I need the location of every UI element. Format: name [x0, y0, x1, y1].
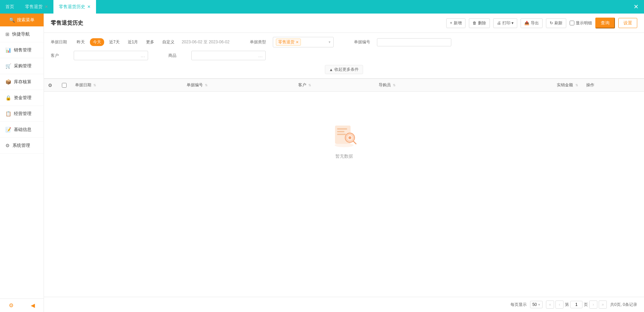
- date-btn-today[interactable]: 今天: [90, 38, 104, 46]
- sidebar-item-operations-mgmt[interactable]: 📋 经营管理: [0, 106, 44, 122]
- col-doc-no-sort-icon: ⇅: [205, 83, 208, 87]
- display-detail-checkbox-label[interactable]: 显示明细: [570, 20, 592, 26]
- customer-ellipsis: ...: [141, 52, 145, 59]
- svg-rect-3: [337, 131, 344, 132]
- sidebar-item-system-mgmt[interactable]: ⚙ 系统管理: [0, 138, 44, 154]
- customer-label: 客户: [51, 53, 71, 59]
- sidebar-item-finance-mgmt[interactable]: 🔒 资金管理: [0, 90, 44, 106]
- page-prev-btn[interactable]: ‹: [555, 300, 564, 309]
- col-amount[interactable]: 实销金额 ⇅: [471, 79, 582, 92]
- page-size-dropdown-icon: ▾: [538, 303, 540, 307]
- page-size-value: 50: [532, 302, 537, 307]
- setting-button[interactable]: 设置: [618, 18, 637, 28]
- svg-point-8: [349, 136, 351, 139]
- sidebar-item-label: 库存核算: [14, 79, 31, 85]
- display-detail-label: 显示明细: [576, 20, 592, 26]
- sidebar-item-inventory[interactable]: 📦 库存核算: [0, 74, 44, 90]
- refresh-button[interactable]: ↻ 刷新: [546, 18, 566, 28]
- doc-no-filter-group: 单据编号: [354, 38, 451, 46]
- date-filter-options: 昨天 今天 近7天 近1月 更多 自定义: [74, 38, 177, 46]
- doc-no-label: 单据编号: [354, 39, 374, 45]
- page-next-btn[interactable]: ›: [589, 300, 597, 309]
- select-all-checkbox[interactable]: [62, 83, 67, 88]
- page-nav: « ‹ 第 页 › »: [546, 300, 607, 309]
- sales-icon: 📊: [5, 47, 11, 53]
- sidebar-item-quick-nav[interactable]: ⊞ 快捷导航: [0, 26, 44, 42]
- delete-label: 删除: [478, 20, 486, 26]
- goods-ellipsis: ...: [258, 52, 263, 59]
- date-btn-last7days[interactable]: 近7天: [106, 38, 123, 46]
- system-icon: ⚙: [5, 143, 10, 148]
- tab-retail-return-close[interactable]: ✕: [45, 4, 48, 9]
- col-guide[interactable]: 导购员 ⇅: [375, 79, 471, 92]
- page-last-btn[interactable]: »: [599, 300, 607, 309]
- settings-bottom-btn[interactable]: ⚙: [9, 302, 14, 309]
- search-menu-btn[interactable]: 🔍 搜索菜单: [0, 14, 44, 26]
- print-button[interactable]: 🖨 打印 ▾: [493, 18, 517, 28]
- export-button[interactable]: 📤 导出: [521, 18, 543, 28]
- nav-items: ⊞ 快捷导航 📊 销售管理 🛒 采购管理 📦 库存核算 🔒 资金管理 📋: [0, 26, 44, 298]
- collapse-filter-btn[interactable]: ▲ 收起更多条件: [325, 65, 363, 74]
- col-actions: 操作: [582, 79, 644, 92]
- col-settings[interactable]: ⚙: [44, 79, 57, 92]
- delete-button[interactable]: 🗑 删除: [469, 18, 490, 28]
- doc-type-tag-close[interactable]: ✕: [296, 40, 299, 44]
- goods-input[interactable]: ...: [191, 51, 266, 60]
- page-first-btn[interactable]: «: [546, 300, 554, 309]
- date-filter-group: 单据日期 昨天 今天 近7天 近1月 更多 自定义 2023-06-02 至 2…: [51, 38, 230, 46]
- display-detail-checkbox[interactable]: [570, 21, 574, 25]
- page-size-select[interactable]: 50 ▾: [530, 301, 543, 308]
- sidebar-bottom: ⚙ ◀: [0, 298, 44, 312]
- tab-retail-return[interactable]: 零售退货 ✕: [20, 0, 53, 14]
- col-doc-no[interactable]: 单据编号 ⇅: [183, 79, 294, 92]
- col-customer[interactable]: 客户 ⇅: [294, 79, 375, 92]
- doc-no-input[interactable]: [377, 38, 451, 46]
- date-range-display: 2023-06-02 至 2023-06-02: [182, 39, 229, 45]
- add-icon: +: [450, 21, 452, 25]
- refresh-icon: ↻: [550, 21, 553, 25]
- query-button[interactable]: 查询: [595, 18, 615, 28]
- col-checkbox[interactable]: [57, 79, 71, 92]
- search-icon: 🔍: [9, 17, 15, 23]
- doc-type-tag-text: 零售退货: [278, 39, 294, 45]
- goods-filter-group: 商品 ...: [168, 51, 266, 60]
- collapse-sidebar-btn[interactable]: ◀: [31, 302, 35, 309]
- data-table: ⚙ 单据日期 ⇅ 单据编号 ⇅: [44, 79, 644, 186]
- svg-rect-4: [337, 134, 346, 135]
- doc-type-select[interactable]: 零售退货 ✕ ▾: [273, 37, 334, 47]
- inventory-icon: 📦: [5, 79, 11, 85]
- sidebar-item-label: 系统管理: [13, 142, 30, 149]
- date-btn-yesterday[interactable]: 昨天: [74, 38, 88, 46]
- col-actions-label: 操作: [586, 83, 594, 87]
- col-doc-date[interactable]: 单据日期 ⇅: [71, 79, 183, 92]
- date-btn-custom[interactable]: 自定义: [159, 38, 177, 46]
- tab-retail-return-history[interactable]: 零售退货历史 ✕: [53, 0, 96, 14]
- tab-retail-return-history-close[interactable]: ✕: [87, 4, 91, 9]
- filter-row-1: 单据日期 昨天 今天 近7天 近1月 更多 自定义 2023-06-02 至 2…: [51, 37, 637, 47]
- col-doc-no-label: 单据编号: [187, 83, 203, 87]
- page-input[interactable]: [570, 301, 582, 308]
- col-customer-sort-icon: ⇅: [308, 83, 311, 87]
- total-info: 共0页, 0条记录: [610, 302, 637, 308]
- customer-input[interactable]: ...: [74, 51, 148, 60]
- print-icon: 🖨: [497, 21, 501, 25]
- empty-state: 暂无数据: [44, 92, 644, 186]
- sidebar-item-purchase-mgmt[interactable]: 🛒 采购管理: [0, 58, 44, 74]
- sidebar-item-label: 经营管理: [14, 111, 31, 117]
- sidebar-item-basic-info[interactable]: 📝 基础信息: [0, 122, 44, 138]
- window-close-btn[interactable]: ✕: [634, 3, 644, 10]
- content-area: 零售退货历史 + 新增 🗑 删除 🖨 打印 ▾ 📤 导出: [44, 14, 644, 312]
- basic-info-icon: 📝: [5, 127, 11, 132]
- date-btn-more[interactable]: 更多: [143, 38, 157, 46]
- collapse-filter-row: ▲ 收起更多条件: [51, 64, 637, 74]
- finance-icon: 🔒: [5, 95, 11, 101]
- date-btn-last1month[interactable]: 近1月: [125, 38, 141, 46]
- doc-type-tag: 零售退货 ✕: [276, 39, 301, 46]
- sidebar-item-sales-mgmt[interactable]: 📊 销售管理: [0, 42, 44, 58]
- add-button[interactable]: + 新增: [446, 18, 466, 28]
- doc-type-filter-group: 单据类型 零售退货 ✕ ▾: [250, 37, 334, 47]
- operations-icon: 📋: [5, 111, 11, 116]
- sidebar: 🔍 搜索菜单 ⊞ 快捷导航 📊 销售管理 🛒 采购管理 📦 库存核算 🔒: [0, 14, 44, 312]
- svg-line-7: [353, 141, 356, 144]
- tab-home[interactable]: 首页: [0, 0, 20, 14]
